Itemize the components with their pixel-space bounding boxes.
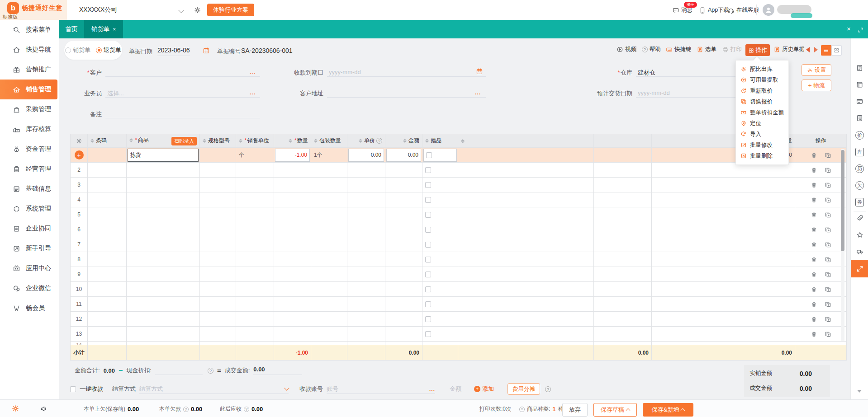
menu-item-可用量提取[interactable]: 可用量提取 [736,75,788,85]
table-scrollbar[interactable] [841,149,844,341]
fullscreen-icon[interactable] [858,26,863,34]
delete-row-icon[interactable] [811,211,817,218]
chevron-down-icon[interactable] [178,7,184,13]
sidebar-item-系统管理[interactable]: 系统管理 [0,199,59,219]
col-header-单价[interactable]: 单价? [347,134,385,148]
col-header-规格型号[interactable]: 规格型号 [200,134,236,148]
menu-item-重新取价[interactable]: 重新取价 [736,85,788,96]
online-service-button[interactable]: 在线客服 [727,6,759,14]
settings-button[interactable]: 设置 [802,64,831,76]
copy-row-icon[interactable] [825,196,831,203]
sort-icon[interactable] [289,139,292,143]
gift-checkbox[interactable] [425,227,431,233]
sort-icon[interactable] [425,139,429,143]
gift-checkbox[interactable] [426,152,432,158]
save-and-new-button[interactable]: 保存&新增 [643,403,693,417]
pick-order-button[interactable]: 选单 [697,46,716,53]
delete-row-icon[interactable] [811,226,817,233]
account-more-icon[interactable]: ... [429,386,435,392]
delete-row-icon[interactable] [811,181,817,188]
col-header-数量[interactable]: *数量 [274,134,311,148]
print-button[interactable]: 打印 [722,46,742,53]
sort-icon[interactable] [403,139,407,143]
star-icon[interactable] [851,231,868,239]
prev-arrow-icon[interactable] [806,47,810,52]
sheet-icon[interactable] [851,81,868,89]
salesman-field[interactable] [105,87,260,98]
stock-icon[interactable]: 库 [851,148,868,156]
tab-home[interactable]: 首页 [59,20,84,38]
copy-row-icon[interactable] [825,330,831,337]
sort-icon[interactable] [203,139,206,143]
sidebar-item-企业微信[interactable]: 企业微信 [0,278,59,298]
sidebar-item-企业协同[interactable]: 企业协同 [0,219,59,239]
sort-icon[interactable] [239,139,242,143]
cash-discount-field[interactable] [155,366,203,375]
scroll-down-icon[interactable] [857,390,862,393]
gift-checkbox[interactable] [425,212,431,218]
col-header-handle[interactable] [71,134,88,148]
onekey-checkbox[interactable] [70,386,76,392]
expand-panel-button[interactable] [851,260,868,277]
sidebar-item-营销推广[interactable]: 营销推广 [0,60,59,80]
truck-icon[interactable] [851,248,868,255]
copy-row-icon[interactable] [825,241,831,248]
operations-button[interactable]: 操作 [745,44,770,56]
delete-row-icon[interactable] [811,286,817,292]
fee-share-button[interactable]: 费用分摊 [508,383,540,395]
history-icon[interactable]: 历 [851,164,868,173]
copy-row-icon[interactable] [825,315,831,322]
logistics-button[interactable]: +物流 [802,80,831,91]
account-field[interactable]: 账号 ... [327,384,435,394]
menu-item-配比出库[interactable]: 配比出库 [736,64,788,75]
sidebar-item-新手引导[interactable]: 新手引导 [0,239,59,258]
sidebar-item-搜索菜单[interactable]: 搜索菜单 [0,20,59,40]
address-field[interactable] [327,87,486,98]
copy-row-icon[interactable] [825,226,831,233]
doc-date-field[interactable]: 2023-06-06 [157,47,190,56]
radio-return-order[interactable]: 退货单 [96,46,121,54]
amount-input[interactable]: 0.00 [386,149,421,162]
copy-row-icon[interactable] [825,286,831,292]
sidebar-item-经营管理[interactable]: 经营管理 [0,159,59,179]
trial-plan-button[interactable]: 体验行业方案 [207,4,254,16]
note-icon[interactable] [851,114,868,122]
menu-item-定位[interactable]: 定位 [736,118,788,129]
delete-row-icon[interactable] [811,241,817,248]
doc-icon[interactable] [851,64,868,72]
copy-row-icon[interactable] [825,211,831,218]
col-header-金额[interactable]: 金额 [385,134,422,148]
next-arrow-icon[interactable] [814,47,818,52]
col-header-销售单位[interactable]: *销售单位 [236,134,274,148]
gift-checkbox[interactable] [425,257,431,262]
customer-more-icon[interactable]: ... [250,69,256,75]
scan-entry-button[interactable]: 扫码录入 [171,137,197,145]
delete-row-icon[interactable] [811,315,817,322]
sidebar-item-基础信息[interactable]: 基础信息 [0,179,59,199]
customer-field[interactable] [105,66,260,77]
calendar-icon[interactable] [476,67,483,75]
settings-gear-icon[interactable] [194,6,201,14]
discard-button[interactable]: 放弃 [562,403,588,417]
col-header-extra1[interactable] [458,134,594,148]
col-header-商品[interactable]: *商品扫码录入 [127,134,200,148]
copy-row-icon[interactable] [825,300,831,307]
col-header-包装数量[interactable]: 包装数量 [311,134,347,148]
paperclip-icon[interactable] [851,215,868,222]
calendar-icon[interactable] [203,46,210,54]
add-payment-button[interactable]: + 添加 [474,385,494,393]
avatar[interactable] [763,4,774,16]
delete-row-icon[interactable] [811,196,817,203]
menu-item-整单折扣金额[interactable]: 整单折扣金额 [736,107,788,118]
copy-row-icon[interactable] [825,166,831,173]
app-download-button[interactable]: App下载 [699,6,729,14]
add-row-button[interactable]: + [75,150,84,159]
price-record-icon[interactable]: 价 [851,131,868,140]
col-header-赠品[interactable]: 赠品 [422,134,458,148]
sidebar-item-销售管理[interactable]: 销售管理 [0,80,57,99]
salesman-more-icon[interactable]: ... [250,89,256,96]
sidebar-item-畅会员[interactable]: 畅会员 [0,298,59,318]
list-view-toggle[interactable] [821,45,831,56]
sidebar-item-资金管理[interactable]: 资金管理 [0,139,59,159]
gift-checkbox[interactable] [425,316,431,322]
